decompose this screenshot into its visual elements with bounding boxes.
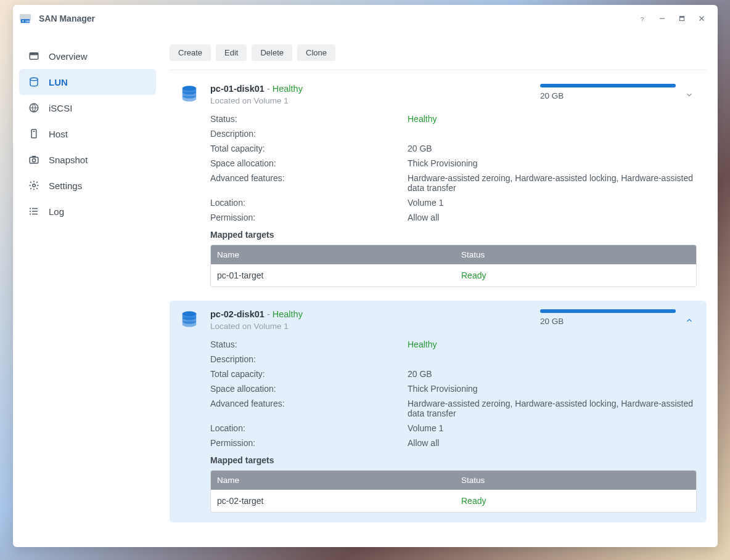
value-status: Healthy: [408, 114, 697, 124]
lun-details: Status:Healthy Description: Total capaci…: [179, 112, 697, 287]
lun-details: Status:Healthy Description: Total capaci…: [179, 337, 697, 513]
mapped-targets-heading: Mapped targets: [210, 455, 697, 465]
table-row[interactable]: pc-01-target Ready: [211, 264, 696, 286]
overview-icon: [28, 50, 40, 62]
label-total-capacity: Total capacity:: [210, 369, 408, 379]
svg-text:?: ?: [641, 15, 644, 22]
sidebar-item-settings[interactable]: Settings: [19, 172, 156, 198]
lun-name: pc-02-disk01: [210, 309, 265, 319]
lun-header: pc-02-disk01 - Healthy Located on Volume…: [179, 307, 697, 337]
label-advanced-features: Advanced features:: [210, 173, 408, 193]
sidebar-item-log[interactable]: Log: [19, 198, 156, 224]
value-permission: Allow all: [408, 438, 697, 448]
database-icon: [179, 84, 199, 103]
svg-rect-5: [660, 18, 665, 18]
san-manager-window: SAN SAN Manager ? Overview LUN iSCSI H: [13, 5, 718, 547]
svg-point-2: [22, 20, 23, 22]
label-location: Location:: [210, 198, 408, 208]
database-icon: [179, 309, 199, 329]
svg-point-17: [33, 184, 36, 187]
label-permission: Permission:: [210, 438, 408, 448]
lun-title: pc-02-disk01 - Healthy: [210, 309, 528, 319]
label-description: Description:: [210, 129, 408, 139]
host-icon: [28, 128, 40, 140]
gear-icon: [28, 179, 40, 192]
camera-icon: [28, 153, 40, 166]
lun-card[interactable]: pc-02-disk01 - Healthy Located on Volume…: [170, 301, 707, 522]
value-total-capacity: 20 GB: [408, 369, 697, 379]
svg-text:SAN: SAN: [25, 20, 30, 23]
main-content: Create Edit Delete Clone pc-01-disk01 - …: [162, 32, 718, 547]
create-button[interactable]: Create: [170, 44, 211, 61]
svg-rect-12: [31, 129, 36, 138]
sidebar-item-lun[interactable]: LUN: [19, 69, 156, 95]
toolbar: Create Edit Delete Clone: [170, 44, 707, 70]
col-header-name[interactable]: Name: [211, 245, 455, 264]
sidebar-item-host[interactable]: Host: [19, 121, 156, 147]
lun-size: 20 GB: [540, 317, 676, 326]
lun-health: Healthy: [273, 309, 303, 319]
lun-location-sub: Located on Volume 1: [210, 96, 528, 105]
lun-health: Healthy: [273, 84, 303, 94]
value-status: Healthy: [408, 339, 697, 349]
col-header-status[interactable]: Status: [455, 471, 696, 490]
progress-bar: [540, 84, 676, 87]
sidebar-item-overview[interactable]: Overview: [19, 43, 156, 69]
mapped-targets-table: Name Status pc-01-target Ready: [210, 245, 697, 287]
value-description: [408, 129, 697, 139]
svg-point-15: [32, 159, 35, 162]
mapped-targets-table: Name Status pc-02-target Ready: [210, 470, 697, 513]
minimize-button[interactable]: [652, 9, 672, 28]
value-advanced-features: Hardware-assisted zeroing, Hardware-assi…: [408, 399, 697, 418]
mapped-targets-heading: Mapped targets: [210, 230, 697, 240]
label-total-capacity: Total capacity:: [210, 144, 408, 153]
chevron-up-icon[interactable]: [682, 316, 697, 325]
titlebar: SAN SAN Manager ?: [13, 5, 718, 32]
target-name: pc-01-target: [211, 264, 455, 286]
target-status: Ready: [455, 264, 696, 286]
lun-size: 20 GB: [540, 91, 676, 100]
label-space-allocation: Space allocation:: [210, 158, 408, 168]
col-header-status[interactable]: Status: [455, 245, 696, 264]
sidebar-item-label: Log: [49, 206, 64, 217]
lun-card[interactable]: pc-01-disk01 - Healthy Located on Volume…: [170, 75, 707, 297]
svg-point-10: [30, 78, 38, 81]
maximize-button[interactable]: [672, 9, 692, 28]
sidebar-item-label: LUN: [49, 77, 68, 87]
target-name: pc-02-target: [211, 490, 455, 512]
svg-rect-13: [33, 131, 35, 132]
delete-button[interactable]: Delete: [252, 44, 292, 61]
clone-button[interactable]: Clone: [297, 44, 335, 61]
sidebar-item-snapshot[interactable]: Snapshot: [19, 147, 156, 172]
chevron-down-icon[interactable]: [682, 91, 697, 99]
sidebar-item-label: Overview: [49, 51, 88, 62]
lun-title: pc-01-disk01 - Healthy: [210, 84, 528, 94]
edit-button[interactable]: Edit: [216, 44, 247, 61]
value-space-allocation: Thick Provisioning: [408, 384, 697, 394]
sidebar: Overview LUN iSCSI Host Snapshot Setting…: [13, 32, 162, 547]
label-space-allocation: Space allocation:: [210, 384, 408, 394]
value-location: Volume 1: [408, 423, 697, 433]
svg-point-18: [30, 208, 31, 209]
sidebar-item-label: Settings: [49, 181, 82, 191]
value-advanced-features: Hardware-assisted zeroing, Hardware-assi…: [408, 173, 697, 193]
label-location: Location:: [210, 423, 408, 433]
svg-point-20: [30, 213, 31, 214]
close-button[interactable]: [692, 9, 712, 28]
label-status: Status:: [210, 339, 408, 349]
svg-point-19: [30, 211, 31, 212]
app-title: SAN Manager: [39, 14, 95, 23]
table-row[interactable]: pc-02-target Ready: [211, 490, 696, 512]
help-button[interactable]: ?: [633, 9, 652, 28]
col-header-name[interactable]: Name: [211, 471, 455, 490]
lun-icon: [28, 76, 40, 88]
svg-rect-7: [680, 16, 684, 17]
svg-rect-9: [30, 53, 38, 55]
value-permission: Allow all: [408, 213, 697, 222]
label-permission: Permission:: [210, 213, 408, 222]
sidebar-item-label: Host: [49, 129, 68, 139]
value-total-capacity: 20 GB: [408, 144, 697, 153]
svg-rect-14: [30, 157, 38, 163]
lun-header: pc-01-disk01 - Healthy Located on Volume…: [179, 81, 697, 112]
sidebar-item-iscsi[interactable]: iSCSI: [19, 95, 156, 121]
